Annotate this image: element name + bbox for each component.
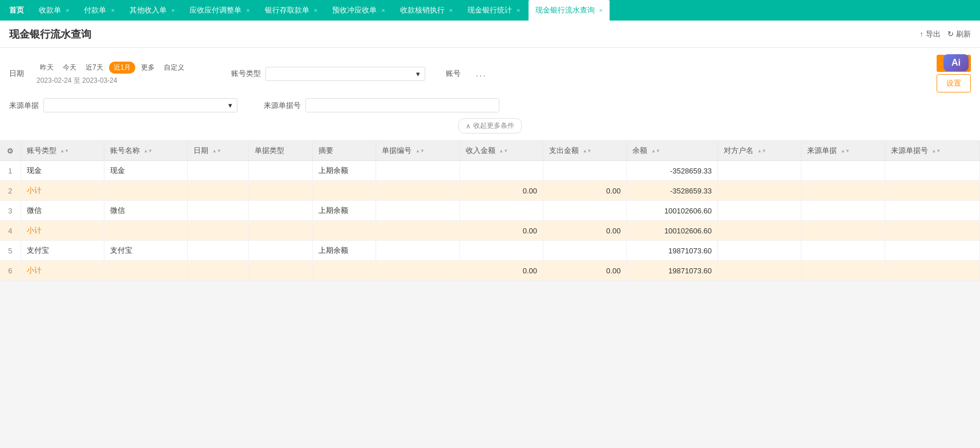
- td-income: [459, 201, 543, 221]
- td-source_doc_no: [885, 161, 979, 181]
- td-income: 0.00: [459, 221, 543, 241]
- th-income-sort[interactable]: ▲▼: [499, 149, 508, 154]
- header-actions: ↑ 导出 ↻ 刷新: [920, 29, 971, 39]
- nav-tab-close-2[interactable]: ×: [171, 7, 175, 14]
- th-doc-no-sort[interactable]: ▲▼: [416, 149, 425, 154]
- source-doc-select[interactable]: ▾: [43, 98, 237, 112]
- th-source-doc-sort[interactable]: ▲▼: [841, 149, 850, 154]
- filter-row-1: 日期 昨天 今天 近7天 近1月 更多 自定义 2023-02-24 至 202…: [9, 55, 971, 92]
- th-balance-sort[interactable]: ▲▼: [651, 149, 660, 154]
- nav-tab-label-3: 应收应付调整单: [189, 5, 241, 15]
- table-body: 1现金现金上期余额-3528659.332小计0.000.00-3528659.…: [0, 161, 980, 281]
- nav-tab-close-0[interactable]: ×: [66, 7, 69, 14]
- nav-tab-1[interactable]: 付款单 ×: [77, 0, 121, 21]
- refresh-label: 刷新: [956, 29, 971, 39]
- td-doc_type: [248, 241, 312, 261]
- nav-tab-4[interactable]: 银行存取款单 ×: [258, 0, 324, 21]
- td-doc_type: [248, 161, 312, 181]
- td-account_type: 小计: [21, 221, 104, 241]
- date-filter-group: 日期 昨天 今天 近7天 近1月 更多 自定义 2023-02-24 至 202…: [9, 62, 188, 86]
- nav-tab-5[interactable]: 预收冲应收单 ×: [325, 0, 392, 21]
- td-doc_no: [376, 241, 459, 261]
- th-income-label: 收入金额: [466, 146, 495, 155]
- td-counterparty: [718, 201, 801, 221]
- nav-tab-close-4[interactable]: ×: [314, 7, 317, 14]
- ai-badge[interactable]: Ai: [943, 54, 969, 71]
- nav-tab-0[interactable]: 收款单 ×: [32, 0, 76, 21]
- th-source-doc: 来源单据 ▲▼: [801, 141, 885, 161]
- td-expense: 0.00: [543, 181, 627, 201]
- nav-tab-close-7[interactable]: ×: [517, 7, 520, 14]
- shortcut-custom[interactable]: 自定义: [160, 62, 188, 74]
- table-row: 4小计0.000.00100102606.60: [0, 221, 980, 241]
- collapse-button[interactable]: ∧ 收起更多条件: [458, 118, 522, 134]
- th-account-type-sort[interactable]: ▲▼: [60, 149, 69, 154]
- account-type-select[interactable]: ▾: [265, 67, 425, 81]
- filter-area: 日期 昨天 今天 近7天 近1月 更多 自定义 2023-02-24 至 202…: [0, 48, 980, 141]
- td-date: [188, 221, 248, 241]
- td-doc_no: [376, 221, 459, 241]
- td-balance: -3528659.33: [627, 161, 718, 181]
- td-account_type: 小计: [21, 181, 104, 201]
- nav-tab-label-0: 收款单: [39, 5, 61, 15]
- th-expense-label: 支出金额: [549, 146, 579, 155]
- shortcut-1month[interactable]: 近1月: [109, 62, 136, 74]
- nav-tab-close-3[interactable]: ×: [246, 7, 249, 14]
- refresh-button[interactable]: ↻ 刷新: [947, 29, 971, 39]
- td-account_type: 微信: [21, 201, 104, 221]
- td-account_name: 微信: [104, 201, 187, 221]
- shortcut-yesterday[interactable]: 昨天: [37, 62, 57, 74]
- refresh-icon: ↻: [947, 30, 954, 38]
- th-source-doc-no-sort[interactable]: ▲▼: [931, 149, 941, 154]
- nav-tab-close-8[interactable]: ×: [599, 7, 603, 14]
- td-doc_no: [376, 201, 459, 221]
- th-gear[interactable]: ⚙: [0, 141, 21, 161]
- th-date-label: 日期: [193, 146, 208, 155]
- th-source-doc-no: 来源单据号 ▲▼: [885, 141, 979, 161]
- source-doc-no-input[interactable]: [305, 98, 499, 112]
- th-date-sort[interactable]: ▲▼: [212, 149, 221, 154]
- nav-tab-label-7: 现金银行统计: [467, 5, 512, 15]
- td-date: [188, 201, 248, 221]
- td-date: [188, 241, 248, 261]
- shortcut-7days[interactable]: 近7天: [82, 62, 107, 74]
- shortcut-more[interactable]: 更多: [138, 62, 158, 74]
- td-index: 2: [0, 181, 21, 201]
- th-counterparty-sort[interactable]: ▲▼: [757, 149, 767, 154]
- table-row: 3微信微信上期余额100102606.60: [0, 201, 980, 221]
- export-button[interactable]: ↑ 导出: [920, 29, 941, 39]
- td-expense: 0.00: [543, 221, 627, 241]
- td-source_doc_no: [885, 261, 979, 281]
- nav-tab-6[interactable]: 收款核销执行 ×: [393, 0, 459, 21]
- td-doc_type: [248, 221, 312, 241]
- th-account-name-sort[interactable]: ▲▼: [143, 149, 152, 154]
- th-income: 收入金额 ▲▼: [459, 141, 543, 161]
- shortcut-today[interactable]: 今天: [59, 62, 80, 74]
- settings-button[interactable]: 设置: [937, 74, 971, 92]
- td-expense: [543, 241, 627, 261]
- th-expense-sort[interactable]: ▲▼: [583, 149, 592, 154]
- nav-tab-7[interactable]: 现金银行统计 ×: [461, 0, 527, 21]
- data-table: ⚙ 账号类型 ▲▼ 账号名称 ▲▼ 日期 ▲▼ 单据类型 摘要 单据编号 ▲▼: [0, 141, 980, 281]
- th-account-name: 账号名称 ▲▼: [104, 141, 187, 161]
- td-counterparty: [718, 241, 801, 261]
- nav-tab-2[interactable]: 其他收入单 ×: [123, 0, 182, 21]
- td-source_doc: [801, 241, 885, 261]
- th-counterparty-label: 对方户名: [724, 146, 753, 155]
- td-date: [188, 181, 248, 201]
- td-counterparty: [718, 181, 801, 201]
- td-doc_type: [248, 201, 312, 221]
- nav-home[interactable]: 首页: [2, 0, 31, 21]
- nav-tab-close-1[interactable]: ×: [111, 7, 114, 14]
- nav-tab-close-5[interactable]: ×: [381, 7, 385, 14]
- nav-tab-label-1: 付款单: [84, 5, 106, 15]
- account-ellipsis-button[interactable]: ...: [473, 66, 489, 81]
- th-balance: 余额 ▲▼: [627, 141, 718, 161]
- nav-tab-close-6[interactable]: ×: [449, 7, 453, 14]
- collapse-label: 收起更多条件: [473, 121, 514, 131]
- date-filter-label: 日期: [9, 68, 32, 79]
- td-doc_no: [376, 181, 459, 201]
- nav-tab-3[interactable]: 应收应付调整单 ×: [183, 0, 256, 21]
- nav-tab-8[interactable]: 现金银行流水查询 ×: [529, 0, 610, 21]
- td-source_doc_no: [885, 201, 979, 221]
